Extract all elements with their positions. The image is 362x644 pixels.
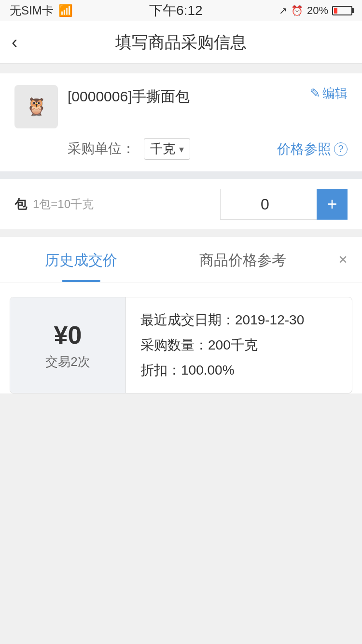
history-price-left: ¥0 交易2次: [10, 297, 126, 393]
quantity-controls: +: [220, 189, 348, 220]
purchase-qty-value: 200千克: [208, 337, 258, 352]
alarm-icon: ⏰: [291, 5, 303, 16]
product-card: 🦉 [0000006]手撕面包 ✎ 编辑 采购单位： 千克 ▾ 价格参照 ?: [0, 73, 362, 171]
discount-label: 折扣：: [140, 363, 181, 378]
tabs-container: 历史成交价 商品价格参考 × ¥0 交易2次 最近成交日期：2019-12-30…: [0, 237, 362, 393]
purchase-unit-row: 采购单位： 千克 ▾ 价格参照 ?: [14, 138, 348, 160]
purchase-qty-label: 采购数量：: [140, 337, 208, 352]
edit-icon: ✎: [310, 86, 320, 101]
quantity-plus-button[interactable]: +: [317, 189, 348, 220]
recent-date-row: 最近成交日期：2019-12-30: [140, 311, 337, 329]
unit-label-group: 采购单位： 千克 ▾: [68, 138, 190, 160]
back-button[interactable]: ‹: [12, 32, 17, 53]
battery-percent: 20%: [307, 4, 328, 17]
tabs-close-button[interactable]: ×: [324, 251, 362, 268]
currency-symbol: ¥: [54, 321, 68, 349]
tabs-header: 历史成交价 商品价格参考 ×: [0, 237, 362, 282]
purchase-qty-row: 采购数量：200千克: [140, 336, 337, 354]
discount-value: 100.00%: [181, 363, 235, 378]
status-left: 无SIM卡 📶: [10, 3, 73, 18]
status-time: 下午6:12: [149, 1, 203, 20]
price-ref-help-icon: ?: [334, 142, 348, 156]
edit-label: 编辑: [322, 85, 348, 102]
tab-history-price[interactable]: 历史成交价: [0, 237, 162, 282]
product-name: [0000006]手撕面包: [68, 85, 190, 107]
price-ref-label: 价格参照: [277, 140, 331, 158]
quantity-label: 包 1包=10千克: [14, 196, 94, 213]
unit-bao-label: 包: [14, 196, 27, 213]
history-card: ¥0 交易2次 最近成交日期：2019-12-30 采购数量：200千克 折扣：…: [10, 297, 352, 393]
history-trades-label: 交易2次: [45, 353, 90, 370]
nav-bar: ‹ 填写商品采购信息: [0, 21, 362, 64]
section-divider: [0, 171, 362, 179]
product-thumbnail: 🦉: [14, 85, 58, 128]
product-header: 🦉 [0000006]手撕面包 ✎ 编辑: [14, 85, 348, 128]
history-details-right: 最近成交日期：2019-12-30 采购数量：200千克 折扣：100.00%: [126, 297, 352, 393]
location-icon: ↗: [279, 5, 287, 16]
price-number: 0: [68, 321, 82, 349]
tab-product-price-ref[interactable]: 商品价格参考: [162, 237, 324, 282]
edit-button[interactable]: ✎ 编辑: [310, 85, 348, 102]
unit-conversion-label: 1包=10千克: [33, 196, 94, 212]
product-thumb-icon: 🦉: [26, 97, 47, 117]
discount-row: 折扣：100.00%: [140, 361, 337, 379]
recent-date-value: 2019-12-30: [235, 312, 304, 327]
price-ref-button[interactable]: 价格参照 ?: [277, 140, 348, 158]
recent-date-label: 最近成交日期：: [140, 312, 235, 327]
product-info-left: 🦉 [0000006]手撕面包: [14, 85, 190, 128]
status-right: ↗ ⏰ 20%: [279, 4, 352, 17]
quantity-row: 包 1包=10千克 +: [0, 179, 362, 229]
unit-selector[interactable]: 千克 ▾: [144, 138, 190, 160]
wifi-icon: 📶: [58, 4, 73, 17]
unit-label: 采购单位：: [68, 141, 135, 156]
carrier-label: 无SIM卡: [10, 3, 54, 18]
quantity-input[interactable]: [220, 189, 317, 220]
page-title: 填写商品采购信息: [115, 31, 247, 54]
history-price-value: ¥0: [54, 321, 82, 350]
battery-icon: [332, 6, 352, 15]
status-bar: 无SIM卡 📶 下午6:12 ↗ ⏰ 20%: [0, 0, 362, 21]
chevron-down-icon: ▾: [179, 143, 184, 155]
unit-value: 千克: [150, 140, 175, 157]
